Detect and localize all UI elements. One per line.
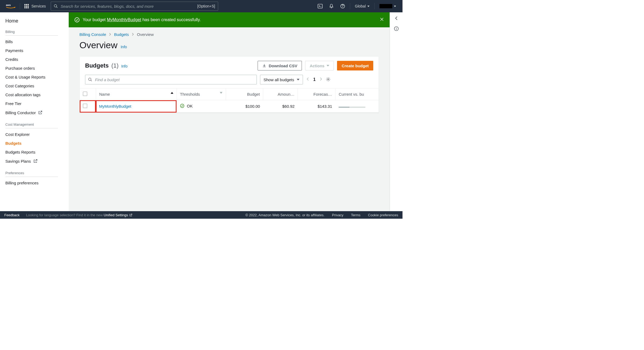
sidenav-item-cost-explorer[interactable]: Cost Explorer <box>5 130 58 139</box>
info-icon <box>394 26 399 31</box>
privacy-link[interactable]: Privacy <box>332 213 343 217</box>
col-forecast[interactable]: Forecas… <box>298 88 335 100</box>
footer: Feedback Looking for language selection?… <box>0 211 402 219</box>
chevron-down-icon <box>394 6 396 7</box>
nav-divider <box>20 3 20 9</box>
alert-close-button[interactable] <box>379 16 384 23</box>
find-budget-input[interactable] <box>95 77 254 82</box>
current-vs-cell <box>335 100 379 113</box>
help-icon <box>340 3 345 9</box>
forecast-cell: $143.31 <box>298 100 335 113</box>
breadcrumbs: Billing Console Budgets Overview <box>79 32 379 37</box>
budgets-panel: Budgets (1) Info Download CSV Actions <box>79 56 379 113</box>
cloudshell-button[interactable] <box>314 0 326 12</box>
panel-info-link[interactable]: Info <box>121 64 127 68</box>
sidenav-item-free-tier[interactable]: Free Tier <box>5 99 58 108</box>
page-number: 1 <box>313 77 316 82</box>
side-nav: Home Billing Bills Payments Credits Purc… <box>0 12 69 211</box>
help-button[interactable] <box>337 0 348 12</box>
chevron-left-icon <box>394 16 398 20</box>
pagination: 1 <box>306 77 323 82</box>
sidenav-item-payments[interactable]: Payments <box>5 46 58 55</box>
global-search[interactable]: [Option+S] <box>51 2 218 11</box>
page-prev-button[interactable] <box>306 77 309 82</box>
chevron-right-icon <box>131 32 134 37</box>
col-budget[interactable]: Budget <box>226 88 263 100</box>
svg-point-10 <box>181 104 184 108</box>
breadcrumb-root[interactable]: Billing Console <box>79 32 106 37</box>
amount-cell: $60.92 <box>263 100 298 113</box>
sidenav-item-billing-preferences[interactable]: Billing preferences <box>5 178 58 187</box>
cloudshell-icon <box>317 3 323 9</box>
right-rail-collapse-button[interactable] <box>394 16 398 21</box>
alert-message: Your budget MyMonthlyBudget has been cre… <box>83 17 377 22</box>
col-current-vs[interactable]: Current vs. bu <box>335 88 379 100</box>
alert-budget-link[interactable]: MyMonthlyBudget <box>107 17 141 22</box>
col-thresholds[interactable]: Thresholds <box>177 88 226 100</box>
svg-rect-13 <box>396 28 397 30</box>
sidenav-item-billing-conductor[interactable]: Billing Conductor <box>5 108 58 117</box>
right-rail <box>390 12 402 211</box>
table-settings-button[interactable] <box>326 77 331 83</box>
sidenav-item-cost-categories[interactable]: Cost Categories <box>5 81 58 90</box>
chevron-down-icon <box>327 65 329 66</box>
chevron-down-icon <box>367 6 369 7</box>
page-next-button[interactable] <box>319 77 323 82</box>
sidenav-item-budgets[interactable]: Budgets <box>5 139 58 148</box>
breadcrumb-parent[interactable]: Budgets <box>114 32 129 37</box>
nav-divider <box>374 3 375 9</box>
filter-dropdown[interactable]: Show all budgets <box>260 75 303 84</box>
main-content: Your budget MyMonthlyBudget has been cre… <box>69 12 390 211</box>
check-circle-icon <box>74 17 80 23</box>
sidenav-item-cost-allocation-tags[interactable]: Cost allocation tags <box>5 90 58 99</box>
sidenav-item-cur[interactable]: Cost & Usage Reports <box>5 73 58 81</box>
feedback-link[interactable]: Feedback <box>4 213 20 217</box>
cookie-preferences-link[interactable]: Cookie preferences <box>368 213 398 217</box>
budget-name-link[interactable]: MyMonthlyBudget <box>99 104 131 109</box>
aws-logo[interactable]: aws <box>3 0 18 12</box>
chevron-down-icon <box>297 79 299 80</box>
region-label: Global <box>355 4 366 8</box>
global-search-input[interactable] <box>61 4 195 9</box>
sidenav-item-budgets-reports[interactable]: Budgets Reports <box>5 148 58 157</box>
row-checkbox[interactable] <box>83 104 87 108</box>
sidenav-item-purchase-orders[interactable]: Purchase orders <box>5 64 58 73</box>
sidenav-item-bills[interactable]: Bills <box>5 37 58 46</box>
find-budget-input-wrap[interactable] <box>85 75 257 84</box>
external-link-icon <box>129 213 133 217</box>
success-alert: Your budget MyMonthlyBudget has been cre… <box>69 12 390 27</box>
create-budget-button[interactable]: Create budget <box>337 61 373 70</box>
external-link-icon <box>33 159 38 163</box>
svg-line-8 <box>91 80 92 81</box>
search-shortcut: [Option+S] <box>197 4 215 8</box>
chevron-right-icon <box>109 32 111 37</box>
sidenav-home[interactable]: Home <box>5 17 64 28</box>
search-icon <box>54 4 58 8</box>
top-nav: aws Services [Option+S] Global <box>0 0 402 12</box>
services-button[interactable]: Services <box>22 0 49 12</box>
region-selector[interactable]: Global <box>352 0 373 12</box>
terms-link[interactable]: Terms <box>351 213 360 217</box>
col-amount[interactable]: Amoun… <box>263 88 298 100</box>
select-all-checkbox[interactable] <box>83 92 87 96</box>
svg-point-7 <box>89 78 91 80</box>
breadcrumb-current: Overview <box>137 32 154 37</box>
col-name[interactable]: Name <box>96 88 177 100</box>
progress-bar <box>339 107 365 108</box>
sidenav-item-credits[interactable]: Credits <box>5 55 58 64</box>
gear-icon <box>326 77 331 82</box>
bell-icon <box>329 3 334 9</box>
notifications-button[interactable] <box>326 0 337 12</box>
sidenav-item-savings-plans[interactable]: Savings Plans <box>5 157 58 166</box>
right-rail-info-button[interactable] <box>394 26 399 32</box>
account-menu[interactable] <box>376 0 399 12</box>
page-info-link[interactable]: Info <box>121 45 127 49</box>
panel-header: Budgets (1) Info Download CSV Actions <box>80 57 379 75</box>
download-csv-button[interactable]: Download CSV <box>258 61 302 70</box>
svg-line-2 <box>56 7 57 8</box>
footer-copyright: © 2022, Amazon Web Services, Inc. or its… <box>246 213 325 217</box>
unified-settings-link[interactable]: Unified Settings <box>104 213 133 217</box>
check-circle-icon <box>180 103 185 108</box>
actions-button[interactable]: Actions <box>305 61 334 70</box>
close-icon <box>379 17 384 22</box>
